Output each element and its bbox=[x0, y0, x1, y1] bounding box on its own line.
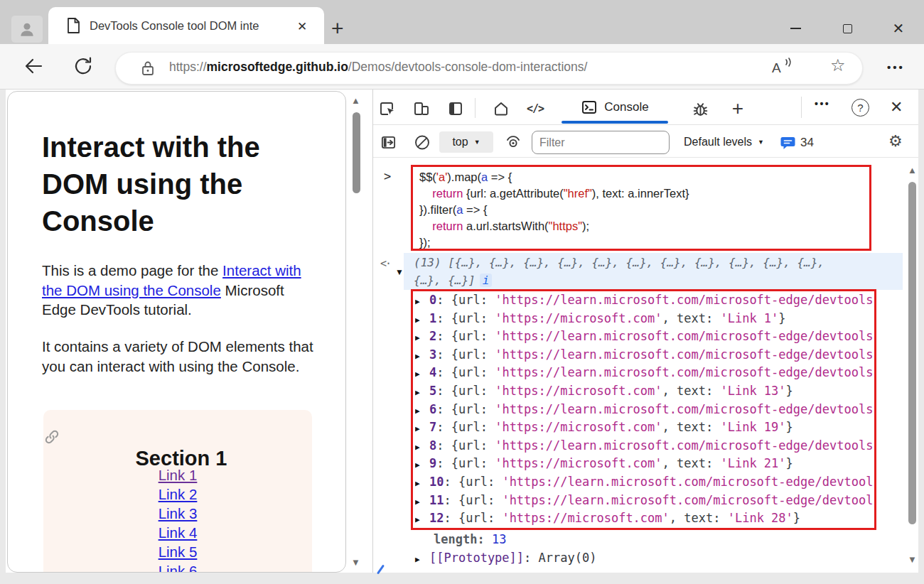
console-scroll-down-arrow[interactable]: ▼ bbox=[908, 554, 917, 565]
favorites-star-button[interactable]: ☆ bbox=[830, 55, 846, 75]
console-sidebar-toggle-icon[interactable] bbox=[380, 134, 397, 151]
anchor-link-icon[interactable] bbox=[43, 428, 312, 445]
length-key: length: bbox=[434, 532, 492, 546]
tab-close-button[interactable]: ✕ bbox=[293, 17, 311, 36]
intro-text-pre: This is a demo page for the bbox=[42, 262, 222, 279]
devtools-more-menu-button[interactable]: ••• bbox=[815, 98, 830, 109]
bug-icon[interactable] bbox=[691, 99, 709, 118]
new-tab-button[interactable]: + bbox=[331, 16, 344, 41]
window-maximize-button[interactable] bbox=[837, 18, 858, 38]
chevron-down-icon: ▼ bbox=[758, 139, 764, 146]
url-text[interactable]: https://microsoftedge.github.io/Demos/de… bbox=[169, 60, 587, 75]
welcome-home-icon[interactable] bbox=[492, 99, 510, 118]
url-domain: microsoftedge.github.io bbox=[207, 60, 348, 74]
array-prototype-row: ▶[[Prototype]]: Array(0) bbox=[415, 551, 596, 565]
annotation-box-code bbox=[411, 165, 871, 251]
inspect-element-icon[interactable] bbox=[378, 99, 397, 118]
prototype-key: [[Prototype]] bbox=[429, 551, 524, 565]
tab-title: DevTools Console tool DOM inte bbox=[90, 19, 283, 33]
refresh-button[interactable] bbox=[72, 55, 97, 78]
live-expression-eye-icon[interactable] bbox=[505, 134, 522, 151]
javascript-context-dropdown[interactable]: top ▼ bbox=[439, 131, 493, 153]
tab-console[interactable]: Console bbox=[559, 90, 671, 124]
activity-bar-layout-icon[interactable] bbox=[446, 99, 465, 118]
log-levels-dropdown[interactable]: Default levels ▼ bbox=[684, 136, 764, 148]
prototype-value: Array(0) bbox=[539, 551, 597, 565]
context-label: top bbox=[452, 136, 468, 148]
section-1-links: Link 1Link 2Link 3Link 4Link 5Link 6 bbox=[43, 465, 312, 573]
more-tools-plus-button[interactable]: + bbox=[729, 99, 747, 118]
device-emulation-icon[interactable] bbox=[412, 99, 431, 118]
annotation-box-entries bbox=[411, 289, 876, 530]
section-link-4[interactable]: Link 4 bbox=[43, 523, 312, 542]
page-intro-paragraph: This is a demo page for the Interact wit… bbox=[42, 261, 315, 320]
console-message-count[interactable]: 34 bbox=[780, 136, 814, 150]
page-body-card: Interact with the DOM using the Console … bbox=[7, 91, 346, 573]
message-count-value: 34 bbox=[800, 136, 814, 150]
info-icon[interactable]: i bbox=[480, 274, 493, 287]
section-1-heading: Section 1 bbox=[43, 430, 312, 470]
section-link-5[interactable]: Link 5 bbox=[43, 542, 312, 561]
expand-triangle-icon[interactable]: ▶ bbox=[415, 555, 429, 564]
section-link-6[interactable]: Link 6 bbox=[43, 561, 312, 573]
console-icon bbox=[581, 99, 598, 116]
window-minimize-button[interactable] bbox=[785, 18, 806, 38]
console-settings-gear-icon[interactable]: ⚙ bbox=[888, 132, 903, 151]
section-link-1[interactable]: Link 1 bbox=[43, 465, 312, 485]
array-preview-text: (13) [{…}, {…}, {…}, {…}, {…}, {…}, {…},… bbox=[414, 256, 824, 287]
section-link-3[interactable]: Link 3 bbox=[43, 504, 312, 523]
devtools-help-button[interactable]: ? bbox=[852, 99, 869, 117]
page-favicon bbox=[65, 17, 81, 34]
profile-avatar[interactable] bbox=[11, 16, 43, 43]
chevron-down-icon: ▼ bbox=[474, 139, 480, 146]
chat-bubble-icon bbox=[780, 136, 795, 150]
return-value-icon: <· bbox=[380, 257, 390, 270]
page-scrollbar-thumb[interactable] bbox=[353, 112, 360, 193]
result-collapse-triangle-icon[interactable]: ▼ bbox=[395, 267, 404, 277]
header-separator-2 bbox=[801, 97, 802, 118]
page-heading: Interact with the DOM using the Console bbox=[42, 129, 292, 239]
read-aloud-a: A bbox=[772, 60, 781, 75]
person-icon bbox=[18, 20, 36, 38]
lock-icon[interactable] bbox=[141, 60, 155, 77]
console-tab-label: Console bbox=[604, 100, 648, 114]
tab-title-fade bbox=[260, 13, 284, 38]
levels-label: Default levels bbox=[684, 136, 752, 148]
console-tab-active-underline bbox=[562, 121, 668, 124]
window-close-button[interactable]: ✕ bbox=[888, 18, 909, 38]
browser-settings-menu-button[interactable]: ••• bbox=[887, 61, 905, 73]
read-aloud-button[interactable]: A bbox=[772, 57, 793, 76]
page-scroll-down-arrow[interactable]: ▼ bbox=[351, 557, 360, 568]
array-length-row: length: 13 bbox=[434, 532, 506, 546]
section-1-card: Section 1 Link 1Link 2Link 3Link 4Link 5… bbox=[43, 410, 312, 573]
header-separator bbox=[475, 98, 476, 118]
maximize-icon bbox=[843, 24, 852, 33]
devtools-close-button[interactable]: ✕ bbox=[890, 98, 903, 117]
url-path: /Demos/devtools-console-dom-interactions… bbox=[348, 60, 588, 74]
sources-tab-icon[interactable]: </> bbox=[526, 99, 544, 118]
array-preview-summary[interactable]: (13) [{…}, {…}, {…}, {…}, {…}, {…}, {…},… bbox=[414, 254, 854, 289]
console-scroll-up-arrow[interactable]: ▲ bbox=[908, 165, 917, 175]
browser-tab[interactable]: DevTools Console tool DOM inte ✕ bbox=[48, 7, 324, 44]
back-button[interactable] bbox=[23, 55, 47, 78]
minimize-icon bbox=[790, 28, 801, 29]
console-scrollbar-thumb[interactable] bbox=[908, 182, 916, 524]
console-input-prompt: > bbox=[384, 169, 391, 183]
length-value: 13 bbox=[492, 532, 506, 546]
url-scheme: https:// bbox=[169, 60, 207, 74]
window-titlebar: DevTools Console tool DOM inte ✕ + ✕ bbox=[0, 0, 924, 44]
console-filter-input[interactable] bbox=[532, 131, 670, 154]
clear-console-icon[interactable] bbox=[414, 134, 431, 151]
section-link-2[interactable]: Link 2 bbox=[43, 485, 312, 504]
page-scroll-up-arrow[interactable]: ▲ bbox=[351, 95, 360, 106]
page-description-paragraph: It contains a variety of DOM elements th… bbox=[42, 337, 315, 376]
